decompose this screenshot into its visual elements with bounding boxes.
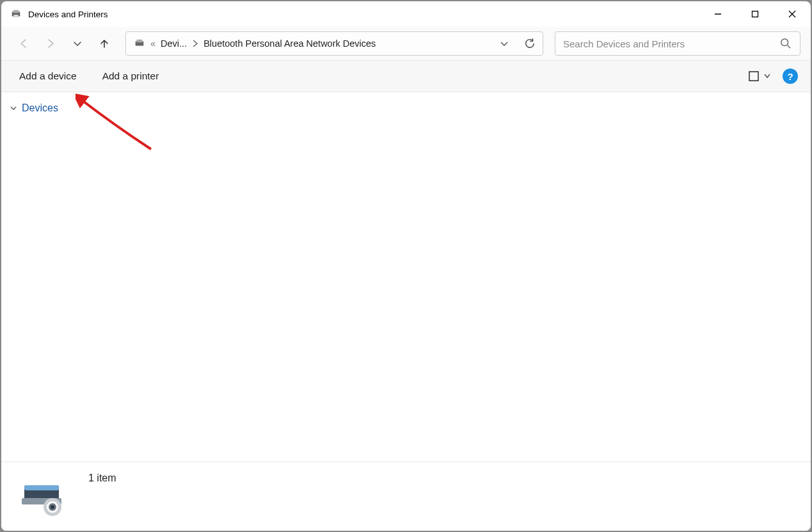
search-button[interactable]: [772, 32, 800, 55]
group-header-label: Devices: [22, 102, 58, 114]
svg-point-9: [781, 39, 788, 46]
group-header-devices[interactable]: Devices: [6, 100, 806, 117]
up-button[interactable]: [92, 31, 116, 56]
minimize-button[interactable]: [699, 1, 736, 27]
svg-rect-8: [137, 40, 143, 42]
status-bar: 1 item: [1, 462, 811, 531]
window-title: Devices and Printers: [28, 10, 699, 19]
address-dropdown-button[interactable]: [491, 32, 517, 55]
chevron-down-icon: [9, 104, 18, 113]
svg-rect-2: [13, 15, 18, 18]
svg-rect-14: [24, 485, 59, 490]
back-button[interactable]: [12, 31, 36, 56]
add-device-button[interactable]: Add a device: [6, 64, 90, 88]
breadcrumb-prefix: «: [148, 38, 158, 49]
chevron-right-icon[interactable]: [189, 39, 201, 48]
devices-printers-icon: [10, 8, 22, 20]
breadcrumb-root-icon[interactable]: [131, 38, 148, 49]
titlebar: Devices and Printers: [1, 1, 811, 27]
help-button[interactable]: ?: [783, 69, 798, 84]
status-item-count: 1 item: [88, 472, 116, 484]
search-input[interactable]: [555, 38, 772, 49]
command-bar: Add a device Add a printer ?: [1, 60, 811, 92]
nav-bar: « Devi... Bluetooth Personal Area Networ…: [1, 27, 811, 60]
address-bar[interactable]: « Devi... Bluetooth Personal Area Networ…: [125, 31, 543, 56]
devices-printers-large-icon: [19, 476, 70, 517]
svg-rect-11: [749, 72, 758, 81]
content-area[interactable]: Devices: [1, 92, 811, 462]
maximize-button[interactable]: [736, 1, 774, 27]
recent-locations-button[interactable]: [65, 31, 90, 56]
window: Devices and Printers: [1, 1, 811, 531]
add-printer-button[interactable]: Add a printer: [90, 64, 172, 88]
close-button[interactable]: [774, 1, 811, 27]
window-controls: [699, 1, 811, 27]
view-options-button[interactable]: [748, 70, 772, 83]
refresh-button[interactable]: [517, 32, 543, 55]
forward-button[interactable]: [38, 31, 63, 56]
breadcrumb-seg-2[interactable]: Bluetooth Personal Area Network Devices: [201, 38, 378, 49]
search-box[interactable]: [555, 31, 800, 56]
svg-line-10: [788, 45, 791, 49]
svg-rect-1: [13, 10, 19, 13]
breadcrumb-seg-1[interactable]: Devi...: [158, 38, 189, 49]
svg-rect-4: [752, 12, 758, 17]
svg-point-19: [51, 505, 54, 509]
